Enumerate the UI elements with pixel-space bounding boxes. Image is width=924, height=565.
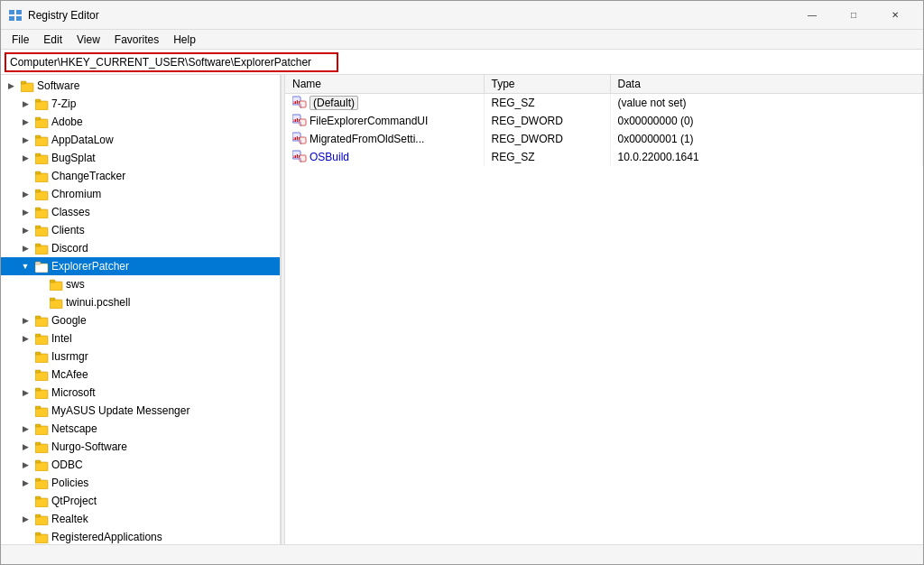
menu-item-file[interactable]: File [5,32,36,48]
menu-item-favorites[interactable]: Favorites [107,32,166,48]
data-pane[interactable]: Name Type Data ab | (Default)REG_SZ(valu… [285,75,923,544]
expand-icon[interactable] [19,368,32,381]
minimize-button[interactable]: — [791,1,833,30]
tree-item[interactable]: ▶ Nurgo-Software [1,438,280,456]
tree-item[interactable]: ▶ 7-Zip [1,95,280,113]
close-button[interactable]: ✕ [874,1,916,30]
expand-icon[interactable] [19,531,32,543]
svg-rect-5 [21,81,26,84]
table-row[interactable]: ab | FileExplorerCommandUIREG_DWORD0x000… [285,112,923,130]
tree-item[interactable]: ▶ Netscape [1,420,280,438]
tree-item[interactable]: McAfee [1,366,280,384]
tree-item[interactable]: RegisteredApplications [1,528,280,544]
expand-icon[interactable]: ▶ [19,242,32,255]
reg-value-icon: ab | [292,132,307,146]
folder-icon [34,349,49,364]
tree-item[interactable]: ▶ AppDataLow [1,131,280,149]
folder-icon [34,367,49,382]
tree-item[interactable]: QtProject [1,492,280,510]
expand-icon[interactable]: ▶ [19,224,32,236]
folder-icon [34,458,49,472]
svg-rect-35 [35,352,41,355]
menu-item-edit[interactable]: Edit [36,32,69,48]
folder-icon [34,476,49,490]
tree-item[interactable]: sws [1,275,280,293]
tree-item[interactable]: ▶ Intel [1,329,280,347]
address-input[interactable] [5,52,338,72]
menu-item-view[interactable]: View [69,32,107,48]
expand-icon[interactable]: ▶ [19,458,32,471]
expand-icon[interactable]: ▶ [19,116,32,128]
folder-icon [34,512,49,526]
expand-icon[interactable]: ▶ [19,422,32,435]
tree-item-label: Clients [51,224,85,236]
entry-data: 0x00000000 (0) [610,112,923,130]
table-row[interactable]: ab | MigratedFromOldSetti...REG_DWORD0x0… [285,130,923,148]
tree-item[interactable]: ▶ Google [1,311,280,329]
svg-rect-27 [50,280,55,282]
tree-item[interactable]: ▼ ExplorerPatcher [1,257,280,275]
tree-item[interactable]: ▶ ODBC [1,456,280,474]
expand-icon[interactable]: ▶ [19,477,32,489]
expand-icon[interactable]: ▶ [19,440,32,453]
svg-rect-53 [35,514,41,517]
tree-item[interactable]: ▶ Classes [1,203,280,221]
svg-rect-14 [35,173,48,182]
tree-item[interactable]: ▶ Policies [1,474,280,492]
folder-icon [34,421,49,436]
tree-item-label: Google [51,314,87,327]
folder-icon [34,331,49,346]
expand-icon[interactable]: ▶ [5,79,17,92]
tree-item-label: Iusrmgr [51,350,88,363]
tree-item[interactable]: ▶ BugSplat [1,149,280,167]
tree-item-label: Microsoft [51,386,96,399]
expand-icon[interactable]: ▶ [19,314,32,327]
folder-icon [49,277,63,292]
tree-item[interactable]: ▶ Realtek [1,510,280,528]
table-row[interactable]: ab | OSBuildREG_SZ10.0.22000.1641 [285,148,923,166]
tree-item[interactable]: ChangeTracker [1,167,280,185]
expand-icon[interactable] [33,296,46,309]
svg-rect-22 [35,245,48,255]
tree-item-label: Policies [51,477,88,489]
expand-icon[interactable]: ▶ [19,386,32,399]
tree-item-label: ChangeTracker [51,170,125,182]
expand-icon[interactable] [19,404,32,417]
tree-item[interactable]: ▶ Software [1,77,280,95]
tree-item[interactable]: ▶ Chromium [1,185,280,203]
table-row[interactable]: ab | (Default)REG_SZ(value not set) [285,94,923,113]
tree-item-label: RegisteredApplications [51,531,162,543]
expand-icon[interactable]: ▼ [19,260,32,273]
expand-icon[interactable]: ▶ [19,134,32,146]
tree-item[interactable]: ▶ Adobe [1,113,280,131]
expand-icon[interactable]: ▶ [19,152,32,164]
tree-item[interactable]: ▶ Clients [1,221,280,239]
tree-item[interactable]: twinui.pcshell [1,293,280,311]
expand-icon[interactable] [19,495,32,507]
maximize-button[interactable]: □ [833,1,874,30]
expand-icon[interactable]: ▶ [19,97,32,110]
entry-type: REG_DWORD [484,112,610,130]
expand-icon[interactable]: ▶ [19,188,32,200]
svg-text:|: | [300,103,301,108]
expand-icon[interactable]: ▶ [19,206,32,218]
menu-item-help[interactable]: Help [166,32,203,48]
tree-item[interactable]: ▶ Microsoft [1,384,280,402]
svg-rect-51 [35,496,41,499]
tree-item[interactable]: MyASUS Update Messenger [1,402,280,420]
expand-icon[interactable] [33,278,46,291]
tree-item[interactable]: ▶ Discord [1,239,280,257]
entry-name-label: (Default) [310,97,358,109]
svg-text:ab: ab [293,153,300,160]
expand-icon[interactable]: ▶ [19,332,32,345]
expand-icon[interactable] [19,350,32,363]
svg-rect-31 [35,316,41,319]
svg-rect-17 [35,190,41,192]
svg-rect-1 [16,10,22,14]
expand-icon[interactable] [19,170,32,182]
tree-item[interactable]: Iusrmgr [1,347,280,366]
entry-name-label: OSBuild [310,151,349,163]
tree-pane[interactable]: ▶ Software▶ 7-Zip▶ Adobe▶ AppDataLow▶ Bu… [1,75,281,544]
svg-rect-44 [35,444,48,453]
expand-icon[interactable]: ▶ [19,513,32,525]
